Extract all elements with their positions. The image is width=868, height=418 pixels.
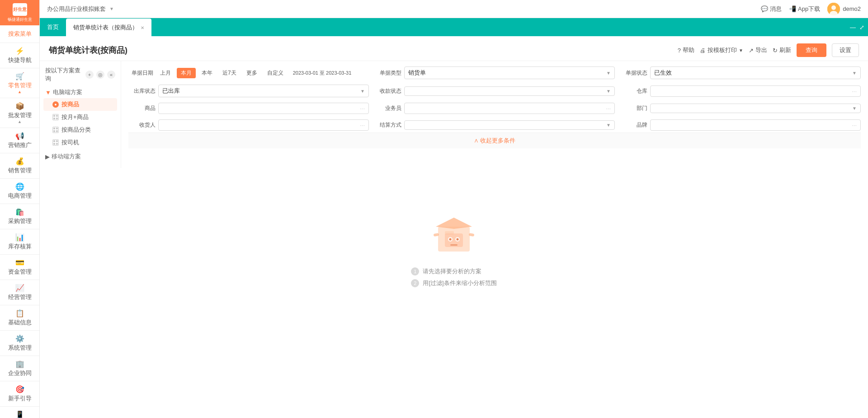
btn-more[interactable]: 更多 xyxy=(242,68,261,78)
right-filter: 单据日期 上月 本月 本年 近7天 更多 自定义 2023-03-01 至 20… xyxy=(121,61,868,168)
svg-rect-6 xyxy=(56,118,58,119)
tab-close-icon[interactable]: ✕ xyxy=(141,25,144,30)
tab-home[interactable]: 首页 xyxy=(40,18,66,36)
export-button[interactable]: ↗ 导出 xyxy=(749,46,767,54)
app-logo: 好生意 畅捷通好生意 xyxy=(0,0,40,25)
pc-section-title[interactable]: ▼ 电脑端方案 xyxy=(43,86,117,98)
department-cell: 部门 ▼ xyxy=(620,104,861,113)
warehouse-dots[interactable]: ··· xyxy=(852,88,857,95)
scheme-panel: 按以下方案查询 + ◎ « ▼ 电脑端方案 ● xyxy=(40,61,121,168)
sidebar-item-ecommerce[interactable]: 🌐 电商管理 xyxy=(0,179,40,204)
svg-point-22 xyxy=(457,238,459,241)
btn-last-7days[interactable]: 近7天 xyxy=(218,68,241,78)
sidebar-item-inventory[interactable]: 📊 库存核算 xyxy=(0,229,40,255)
doc-status-cell: 单据状态 已生效 ▼ xyxy=(620,66,861,79)
industry-selector[interactable]: 办公用品行业模拟账套 ▼ xyxy=(47,5,114,13)
btn-custom[interactable]: 自定义 xyxy=(263,68,288,78)
svg-rect-11 xyxy=(53,140,55,142)
sidebar: 好生意 畅捷通好生意 搜索菜单 ⚡ 快捷导航 🛒 零售管理 ▲ 📦 批发管理 ▲… xyxy=(0,0,40,418)
help-icon: ? xyxy=(678,47,681,54)
scheme-item-by-product[interactable]: ● 按商品 xyxy=(43,98,117,111)
mobile-section-arrow: ▶ xyxy=(45,153,50,160)
message-button[interactable]: 💬 消息 xyxy=(761,5,782,13)
query-button[interactable]: 查询 xyxy=(797,43,826,57)
date-label: 单据日期 xyxy=(128,69,153,77)
brand-dots[interactable]: ··· xyxy=(852,122,857,128)
product-dots[interactable]: ··· xyxy=(360,105,365,112)
mobile-section-title[interactable]: ▶ 移动端方案 xyxy=(43,151,117,162)
department-select[interactable]: ▼ xyxy=(650,104,861,113)
sidebar-item-guide[interactable]: 🎯 新手引导 xyxy=(0,381,40,407)
maximize-icon[interactable]: ⤢ xyxy=(859,24,864,31)
retail-icon: 🛒 xyxy=(15,72,24,81)
warehouse-label: 仓库 xyxy=(620,87,647,95)
out-status-select[interactable]: 已出库 ▼ xyxy=(158,85,369,97)
svg-rect-9 xyxy=(53,130,55,132)
tab-sales-stat[interactable]: 销货单统计表（按商品） ✕ xyxy=(66,19,151,37)
template-print-button[interactable]: 🖨 按模板打印 ▼ xyxy=(700,46,743,54)
svg-rect-3 xyxy=(53,115,55,117)
refresh-button[interactable]: ↻ 刷新 xyxy=(773,46,791,54)
sidebar-item-quick-nav[interactable]: ⚡ 快捷导航 xyxy=(0,43,40,68)
scheme-item-by-month-product[interactable]: 按月+商品 xyxy=(43,111,117,124)
app-download-button[interactable]: 📲 App下载 xyxy=(789,5,820,13)
doc-status-label: 单据状态 xyxy=(620,69,647,77)
scheme-icons: + ◎ « xyxy=(85,71,115,79)
download-icon: 📲 xyxy=(789,5,796,12)
user-profile[interactable]: demo2 xyxy=(827,3,861,15)
sidebar-item-finance[interactable]: 💳 资金管理 xyxy=(0,255,40,280)
warehouse-input[interactable]: ··· xyxy=(650,86,861,97)
btn-this-month[interactable]: 本月 xyxy=(177,68,196,78)
sidebar-item-wholesale[interactable]: 📦 批发管理 ▲ xyxy=(0,98,40,128)
sidebar-item-system[interactable]: ⚙️ 系统管理 xyxy=(0,331,40,356)
main-area: 办公用品行业模拟账套 ▼ 💬 消息 📲 App下载 de xyxy=(40,0,868,418)
scheme-item-by-machine[interactable]: 按司机 xyxy=(43,136,117,149)
sidebar-item-retail[interactable]: 🛒 零售管理 ▲ xyxy=(0,68,40,98)
minimize-icon[interactable]: — xyxy=(850,24,856,31)
print-icon: 🖨 xyxy=(700,47,706,54)
help-button[interactable]: ? 帮助 xyxy=(678,46,694,54)
collapse-scheme-icon[interactable]: « xyxy=(107,71,115,79)
setting-button[interactable]: 设置 xyxy=(832,43,859,57)
salesperson-input[interactable]: ··· xyxy=(404,103,615,114)
page-container: 销货单统计表(按商品) ? 帮助 🖨 按模板打印 ▼ ↗ 导出 xyxy=(40,36,868,418)
settings-scheme-icon[interactable]: ◎ xyxy=(96,71,104,79)
filter-row-2: 出库状态 已出库 ▼ 收款状态 ▼ xyxy=(128,85,861,97)
collapse-bar[interactable]: ∧ 收起更多条件 xyxy=(128,133,861,148)
logo-icon: 好生意 xyxy=(13,3,27,16)
brand-input[interactable]: ··· xyxy=(650,119,861,131)
btn-this-year[interactable]: 本年 xyxy=(198,68,217,78)
sidebar-item-apps[interactable]: 📱 应用中心 xyxy=(0,407,40,418)
scheme-item-by-category[interactable]: 按商品分类 xyxy=(43,124,117,136)
payment-status-select[interactable]: ▼ xyxy=(404,86,615,96)
salesperson-dots[interactable]: ··· xyxy=(606,105,611,112)
date-range: 2023-03-01 至 2023-03-31 xyxy=(293,70,352,76)
consignee-label: 收货人 xyxy=(128,121,156,129)
logo-subtitle: 畅捷通好生意 xyxy=(8,17,32,23)
product-label: 商品 xyxy=(128,104,156,112)
consignee-dots[interactable]: ··· xyxy=(360,122,365,128)
settlement-label: 结算方式 xyxy=(374,121,401,129)
sidebar-item-marketing[interactable]: 📢 营销推广 xyxy=(0,128,40,153)
sidebar-item-basic[interactable]: 📋 基础信息 xyxy=(0,305,40,331)
sidebar-item-purchase[interactable]: 🛍️ 采购管理 xyxy=(0,204,40,229)
empty-svg xyxy=(427,204,481,258)
consignee-input[interactable]: ··· xyxy=(158,119,369,131)
btn-last-month[interactable]: 上月 xyxy=(156,68,175,78)
operations-icon: 📈 xyxy=(15,284,24,292)
settlement-dropdown-icon: ▼ xyxy=(606,123,611,128)
apps-icon: 📱 xyxy=(15,410,24,418)
wholesale-icon: 📦 xyxy=(15,102,24,110)
doc-type-select[interactable]: 销货单 ▼ xyxy=(404,66,615,79)
search-menu[interactable]: 搜索菜单 xyxy=(0,25,39,43)
add-scheme-icon[interactable]: + xyxy=(85,71,94,79)
avatar-image xyxy=(827,3,840,15)
doc-status-select[interactable]: 已生效 ▼ xyxy=(650,66,861,79)
consignee-cell: 收货人 ··· xyxy=(128,119,369,131)
product-input[interactable]: ··· xyxy=(158,103,369,114)
brand-label: 品牌 xyxy=(620,121,647,129)
sidebar-item-enterprise[interactable]: 🏢 企业协同 xyxy=(0,356,40,381)
settlement-select[interactable]: ▼ xyxy=(404,120,615,130)
sidebar-item-operations[interactable]: 📈 经营管理 xyxy=(0,280,40,305)
sidebar-item-sales[interactable]: 💰 销售管理 xyxy=(0,153,40,179)
